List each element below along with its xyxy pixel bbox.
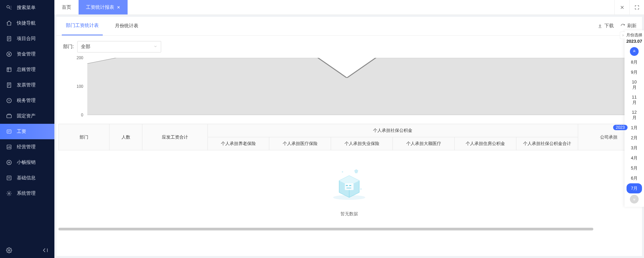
tab-label: 首页 (62, 4, 71, 10)
sidebar-item-8[interactable]: 工资 (0, 124, 54, 139)
svg-rect-3 (7, 68, 11, 72)
content-card: 部门工资统计表月份统计表 下载 刷新 部门: 全部 (56, 17, 642, 256)
tab-0[interactable]: 首页 (54, 0, 79, 14)
sidebar-item-5[interactable]: 发票管理 (0, 77, 54, 93)
sidebar-items: 搜索菜单快捷导航项目合同资金管理总账管理发票管理税务管理固定资产工资经营管理小畅… (0, 0, 54, 243)
main: 首页工资统计报表✕ 部门工资统计表月份统计表 下载 (54, 0, 644, 258)
sidebar-item-10[interactable]: 小畅报销 (0, 155, 54, 170)
sub-tab-label: 部门工资统计表 (66, 23, 99, 29)
download-label: 下载 (604, 23, 614, 29)
month-item[interactable]: 7月 (627, 183, 642, 193)
salary-icon (6, 128, 12, 135)
close-all-button[interactable] (614, 0, 629, 15)
month-item[interactable]: 20231月 (627, 123, 642, 133)
chart-ytick: 200 (63, 56, 83, 60)
svg-point-11 (8, 193, 10, 194)
svg-point-19 (342, 171, 343, 173)
sidebar-item-label: 基础信息 (17, 175, 36, 181)
empty-state: 暂无数据 (56, 150, 642, 227)
sub-tab-0[interactable]: 部门工资统计表 (62, 16, 103, 35)
system-icon (6, 190, 12, 196)
dept-select[interactable]: 全部 (77, 41, 161, 52)
sidebar-item-0[interactable]: 搜索菜单 (0, 0, 54, 15)
month-item[interactable]: 9月 (627, 67, 642, 77)
sidebar-item-label: 经营管理 (17, 144, 36, 150)
dept-select-value: 全部 (81, 44, 90, 50)
sidebar-item-label: 项目合同 (17, 36, 36, 42)
month-item[interactable]: 11月 (627, 93, 642, 108)
svg-rect-7 (7, 130, 11, 134)
table-header: 部门 (59, 124, 109, 150)
filter-row: 部门: 全部 (56, 36, 642, 58)
download-button[interactable]: 下载 (598, 23, 614, 29)
biz-icon (6, 144, 12, 150)
svg-rect-4 (7, 83, 11, 87)
month-scroll-up[interactable] (630, 47, 639, 56)
home-icon (6, 20, 12, 26)
sidebar-item-label: 固定资产 (17, 113, 36, 119)
tabs-bar: 首页工资统计报表✕ (54, 0, 644, 15)
fullscreen-button[interactable] (629, 0, 644, 15)
horizontal-scrollbar[interactable] (58, 227, 640, 230)
collapse-icon[interactable] (42, 247, 48, 254)
scrollbar-thumb[interactable] (58, 228, 593, 230)
table-header: 应发工资合计 (142, 124, 208, 150)
chart-ytick: 0 (63, 113, 83, 117)
empty-text: 暂无数据 (340, 211, 358, 217)
contract-icon (6, 36, 12, 42)
table-header: 人数 (109, 124, 142, 150)
sidebar-item-12[interactable]: 系统管理 (0, 186, 54, 201)
table-header: 个人承担养老保险 (208, 137, 269, 150)
sidebar-item-6[interactable]: 税务管理 (0, 93, 54, 108)
sidebar-item-label: 资金管理 (17, 51, 36, 57)
table-header: 个人承担大额医疗 (393, 137, 455, 150)
month-item[interactable]: 8月 (627, 57, 642, 67)
close-icon[interactable]: ✕ (117, 5, 120, 10)
svg-rect-18 (347, 188, 351, 188)
sub-tabs: 部门工资统计表月份统计表 下载 刷新 (56, 17, 642, 36)
chevron-down-icon (153, 44, 157, 49)
sidebar-item-label: 发票管理 (17, 82, 36, 88)
month-item[interactable]: 6月 (627, 173, 642, 183)
sidebar-item-1[interactable]: 快捷导航 (0, 15, 54, 31)
month-item[interactable]: 4月 (627, 153, 642, 163)
month-item[interactable]: 10月 (627, 77, 642, 93)
table-header: 个人承担失业保险 (331, 137, 393, 150)
tab-label: 工资统计报表 (86, 4, 114, 10)
money-icon (6, 51, 12, 57)
gear-icon[interactable] (6, 247, 12, 254)
tabs-actions (614, 0, 644, 14)
sidebar-item-7[interactable]: 固定资产 (0, 108, 54, 124)
svg-rect-16 (346, 185, 348, 186)
refresh-button[interactable]: 刷新 (620, 23, 637, 29)
svg-point-5 (7, 98, 11, 103)
tax-icon (6, 98, 12, 104)
month-item[interactable]: 12月 (627, 108, 642, 123)
month-item[interactable]: 5月 (627, 163, 642, 173)
chart: 0100200 (56, 58, 642, 124)
month-item[interactable]: 2月 (627, 133, 642, 143)
svg-point-12 (8, 249, 10, 251)
table: 部门人数应发工资合计个人承担社保公积金公司承担个人承担养老保险个人承担医疗保险个… (58, 124, 640, 150)
table-header: 个人承担医疗保险 (269, 137, 331, 150)
chart-plot (87, 58, 635, 115)
reimburse-icon (6, 159, 12, 165)
month-item[interactable]: 3月 (627, 143, 642, 153)
sidebar-item-9[interactable]: 经营管理 (0, 139, 54, 155)
svg-point-0 (7, 5, 9, 8)
table-header: 个人承担社保公积金合计 (516, 137, 578, 150)
ledger-icon (6, 67, 12, 73)
sub-tab-1[interactable]: 月份统计表 (111, 16, 142, 35)
tab-1[interactable]: 工资统计报表✕ (79, 0, 128, 14)
svg-point-20 (360, 188, 362, 190)
asset-icon (6, 113, 12, 119)
sidebar-item-2[interactable]: 项目合同 (0, 31, 54, 46)
sidebar-item-label: 税务管理 (17, 98, 36, 104)
sidebar-item-4[interactable]: 总账管理 (0, 62, 54, 77)
month-panel: 月份选择 2023.07 8月9月10月11月12月20231月2月3月4月5月… (625, 30, 644, 207)
search-list-icon (6, 5, 12, 11)
dept-label: 部门: (63, 44, 74, 50)
sidebar-item-11[interactable]: 基础信息 (0, 170, 54, 186)
sidebar-item-3[interactable]: 资金管理 (0, 46, 54, 62)
month-scroll-down[interactable] (630, 195, 639, 204)
